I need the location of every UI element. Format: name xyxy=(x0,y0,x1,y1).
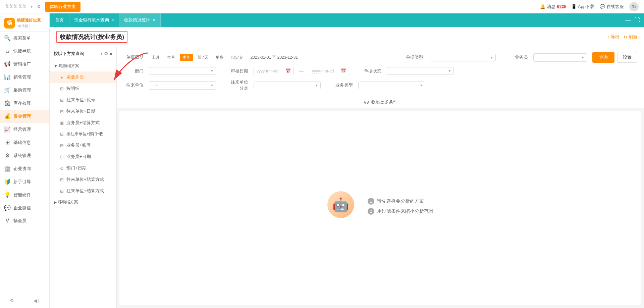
chevron-down-icon[interactable]: ▾ xyxy=(31,4,33,9)
sidebar-item-inventory[interactable]: 🏠 库存核算 xyxy=(0,97,49,110)
add-scheme-btn[interactable]: + xyxy=(100,51,103,56)
sidebar-label-quicknav: 快捷导航 xyxy=(13,48,31,54)
gear-icon[interactable]: ⚙ xyxy=(37,4,41,9)
main-body: 按以下方案查询 + ⚙ « ▼ 电脑端方案 ● xyxy=(50,47,644,308)
step-num-1: 1 xyxy=(368,198,374,205)
sidebar-item-member[interactable]: V 畅会员 xyxy=(0,214,49,227)
sidebar-item-sales[interactable]: 📊 销售管理 xyxy=(0,70,49,84)
collapse-panel-btn[interactable]: « xyxy=(110,51,112,56)
calendar-icon-from[interactable]: 📅 xyxy=(285,68,291,73)
sidebar-item-basic[interactable]: ⊞ 基础信息 xyxy=(0,136,49,149)
tab-close-collection[interactable]: ✕ xyxy=(152,18,156,22)
purchase-icon: 🛒 xyxy=(4,87,11,93)
doc-status-select[interactable]: ▾ xyxy=(387,67,454,75)
sidebar-item-purchase[interactable]: 🛒 采购管理 xyxy=(0,84,49,97)
scheme-item-label-9: 往来单位+结算方式 xyxy=(66,176,104,183)
tab-home[interactable]: 首页 xyxy=(50,13,69,27)
notification-button[interactable]: 🔔 消息 99+ xyxy=(540,4,566,10)
export-button[interactable]: ↑ 导出 xyxy=(607,34,620,40)
basic-icon: ⊞ xyxy=(4,139,11,146)
sidebar-item-smarthw[interactable]: 💡 智能硬件 xyxy=(0,188,49,201)
sidebar-item-operations[interactable]: 📈 经营管理 xyxy=(0,123,49,136)
from-unit-more[interactable]: ··· xyxy=(155,83,158,88)
app-download-button[interactable]: 📱 App下载 xyxy=(571,4,594,10)
date-tab-lastmonth[interactable]: 上月 xyxy=(149,54,162,61)
tab-close-bank[interactable]: ✕ xyxy=(111,18,114,22)
filter-row-1: 单据日期 上月 本月 本年 近7天 更多 自定义 20 xyxy=(123,52,637,63)
review-date-from[interactable]: yyyy-mm-dd 📅 xyxy=(254,67,294,75)
doctype-select[interactable]: ▾ xyxy=(429,54,496,61)
refresh-button[interactable]: ↻ 刷新 xyxy=(624,34,637,40)
desktop-section[interactable]: ▼ 电脑端方案 xyxy=(50,60,116,71)
system-icon: ⚙ xyxy=(4,152,11,159)
sidebar-item-search[interactable]: 🔍 搜索菜单 xyxy=(0,32,49,45)
sidebar-item-finance[interactable]: 💰 资金管理 xyxy=(0,110,49,123)
online-service-button[interactable]: 💬 在线客服 xyxy=(600,4,624,10)
dept-select[interactable]: ▾ xyxy=(149,67,216,75)
date-tab-7days[interactable]: 近7天 xyxy=(195,54,211,61)
date-tab-thisyear[interactable]: 本年 xyxy=(180,54,193,61)
sidebar-item-marketing[interactable]: 📢 营销推广 xyxy=(0,57,49,70)
setting-button[interactable]: 设置 xyxy=(617,52,637,63)
panel-header-actions: + ⚙ « xyxy=(100,51,112,56)
collapse-bar[interactable]: ∧∧ 收起更多条件 xyxy=(117,96,644,108)
tab-bank-flow[interactable]: 现金银行流水查询 ✕ xyxy=(69,13,119,27)
sidebar-label-purchase: 采购管理 xyxy=(13,87,31,93)
sidebar-item-system[interactable]: ⚙ 系统管理 xyxy=(0,149,49,162)
review-date-to-placeholder: yyyy-mm-dd xyxy=(312,69,334,73)
scheme-item-8[interactable]: ⊙ 部门+日期 xyxy=(50,162,116,174)
sidebar-label-inventory: 库存核算 xyxy=(13,100,31,106)
tab-minimize-btn[interactable]: — xyxy=(625,17,631,23)
from-unit-select[interactable]: ··· ▾ xyxy=(149,81,216,90)
sidebar-item-guide[interactable]: 🔰 新手引导 xyxy=(0,175,49,188)
date-tab-thismonth[interactable]: 本月 xyxy=(164,54,178,61)
empty-steps: 1 请先选择要分析的方案 2 用过滤条件来缩小分析范围 xyxy=(368,198,433,218)
date-range-display: 2023-01-01 至 2023-12-31 xyxy=(251,55,298,60)
service-icon: 💬 xyxy=(600,4,605,9)
collapse-sidebar-btn[interactable]: ◀‖ xyxy=(32,296,42,305)
sidebar-item-wechat[interactable]: 💬 企业微信 xyxy=(0,201,49,214)
salesperson-select[interactable]: ··· ▾ xyxy=(533,53,587,62)
scheme-item-5[interactable]: ⊟ 按往来单位+部门+收... xyxy=(50,129,116,140)
scheme-item-2[interactable]: ⊟ 往来单位+账号 xyxy=(50,94,116,106)
tab-maximize-btn[interactable]: ⛶ xyxy=(635,17,640,23)
more-options-icon[interactable]: ··· xyxy=(539,55,543,60)
tab-bank-flow-label: 现金银行流水查询 xyxy=(74,17,109,23)
sidebar-item-enterprise[interactable]: 🏢 企业协同 xyxy=(0,162,49,175)
download-icon: 📱 xyxy=(571,4,577,9)
scheme-item-1[interactable]: ⊞ 按明细 xyxy=(50,83,116,94)
from-unit-type-select[interactable]: ▾ xyxy=(254,82,321,89)
scheme-item-0[interactable]: ● 按业务员 xyxy=(50,71,116,83)
trial-button[interactable]: 体验行业方案 xyxy=(45,2,80,12)
scheme-item-4[interactable]: ▦ 业务员+结算方式 xyxy=(50,117,116,129)
review-date-to[interactable]: yyyy-mm-dd 📅 xyxy=(309,67,349,75)
mobile-section[interactable]: ▶ 移动端方案 xyxy=(50,197,116,208)
calendar-icon-to[interactable]: 📅 xyxy=(341,68,346,73)
date-control: 上月 本月 本年 近7天 更多 自定义 2023-01-01 至 2023-12… xyxy=(149,54,391,61)
app-breadcrumb: 某某某 某某 xyxy=(5,4,26,9)
scheme-item-label-3: 往来单位+日期 xyxy=(66,108,95,114)
scheme-item-6[interactable]: ⊟ 业务员+账号 xyxy=(50,140,116,151)
date-tab-custom[interactable]: 自定义 xyxy=(228,54,246,61)
doc-status-label: 单据状态 xyxy=(361,68,381,74)
scheme-item-10[interactable]: ⊟ 往来单位+结算方式 xyxy=(50,185,116,197)
user-avatar[interactable]: Rit xyxy=(629,2,639,11)
mobile-section-label: 移动端方案 xyxy=(58,199,78,205)
sidebar-label-finance: 资金管理 xyxy=(13,113,31,119)
biz-type-select[interactable]: ▾ xyxy=(358,82,425,89)
date-tab-more[interactable]: 更多 xyxy=(213,54,226,61)
salesperson-label: 业务员 xyxy=(508,54,528,60)
content-area: 首页 现金银行流水查询 ✕ 收款情况统计 ✕ — ⛶ 收款情况统计(按业务员) xyxy=(50,13,644,308)
query-button[interactable]: 查询 xyxy=(592,52,614,63)
sidebar-item-quicknav[interactable]: ⌂ 快捷导航 xyxy=(0,45,49,57)
date-label: 单据日期 xyxy=(123,54,144,60)
scheme-settings-btn[interactable]: ⚙ xyxy=(104,51,108,56)
scheme-item-3[interactable]: ⊟ 往来单位+日期 xyxy=(50,106,116,117)
scheme-item-9[interactable]: ⊞ 往来单位+结算方式 xyxy=(50,174,116,185)
settings-bottom-btn[interactable]: ⚙ xyxy=(8,296,16,305)
panel-header: 按以下方案查询 + ⚙ « xyxy=(50,47,116,60)
filter-actions-right: 查询 设置 xyxy=(592,52,637,63)
scheme-item-7[interactable]: ⊙ 业务员+日期 xyxy=(50,151,116,162)
tab-collection[interactable]: 收款情况统计 ✕ xyxy=(119,13,161,27)
collapse-label: 收起更多条件 xyxy=(371,99,397,105)
